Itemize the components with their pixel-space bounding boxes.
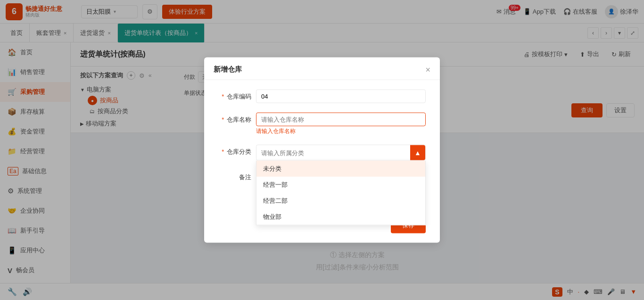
- required-mark3: *: [222, 148, 224, 155]
- name-error-msg: 请输入仓库名称: [256, 127, 426, 135]
- required-mark2: *: [222, 116, 224, 123]
- name-label: * 仓库名称: [218, 113, 251, 124]
- note-label: 备注: [218, 170, 251, 182]
- form-row-code: * 仓库编码: [218, 90, 426, 103]
- category-wrapper: ▲ 未分类 经营一部 经营二部 物业部: [256, 145, 426, 161]
- code-col: [256, 90, 426, 103]
- code-label: * 仓库编码: [218, 90, 251, 101]
- modal-body: * 仓库编码 * 仓库名称 请输入仓库名称 * 仓库分类: [204, 80, 440, 217]
- category-input-row: ▲: [256, 145, 426, 161]
- name-col: 请输入仓库名称: [256, 113, 426, 135]
- code-input[interactable]: [256, 90, 426, 103]
- form-row-category: * 仓库分类 ▲ 未分类 经营一部 经营二部 物业部: [218, 145, 426, 161]
- modal-header: 新增仓库 ×: [204, 58, 440, 80]
- form-row-name: * 仓库名称 请输入仓库名称: [218, 113, 426, 135]
- category-label: * 仓库分类: [218, 145, 251, 156]
- modal-title: 新增仓库: [214, 65, 242, 74]
- name-input[interactable]: [256, 113, 426, 126]
- add-warehouse-modal: 新增仓库 × * 仓库编码 * 仓库名称 请输入仓库名称: [204, 58, 440, 243]
- dropdown-item-dept1[interactable]: 经营一部: [256, 177, 425, 193]
- category-dropdown: 未分类 经营一部 经营二部 物业部: [256, 161, 426, 225]
- modal-close-button[interactable]: ×: [425, 65, 430, 74]
- dropdown-item-dept2[interactable]: 经营二部: [256, 193, 425, 209]
- required-mark: *: [222, 93, 224, 100]
- dropdown-item-dept3[interactable]: 物业部: [256, 209, 425, 225]
- category-input[interactable]: [256, 146, 410, 159]
- category-toggle-button[interactable]: ▲: [410, 145, 425, 160]
- dropdown-item-uncategorized[interactable]: 未分类: [256, 161, 425, 177]
